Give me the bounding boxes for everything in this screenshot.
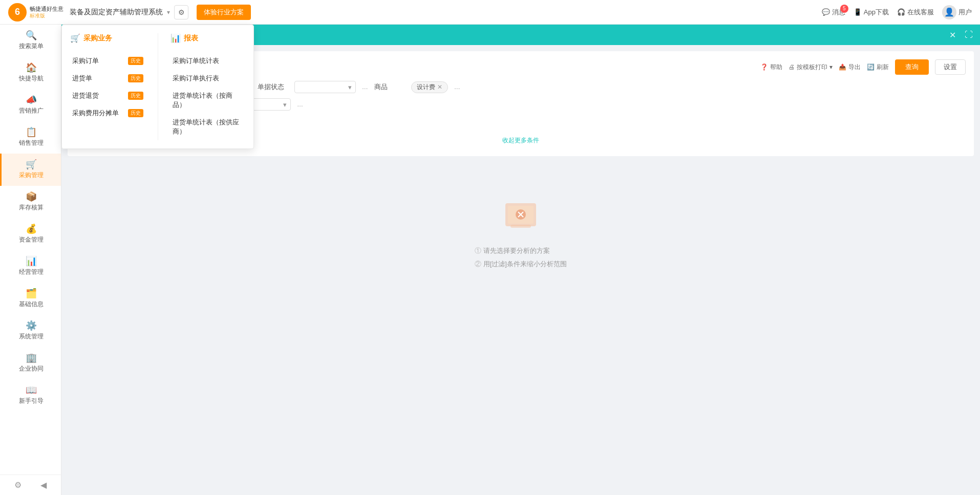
sidebar-label-search: 搜索菜单	[19, 42, 44, 51]
operation-icon: 📊	[26, 256, 37, 266]
empty-tip-1: 请先选择要分析的方案	[475, 244, 567, 257]
gear-button[interactable]: ⚙	[174, 5, 188, 19]
purchase-report-col: 📊 报表 采购订单统计表 采购订单执行表 进货单统计表（按商品） 进货单统计表（…	[171, 33, 246, 140]
sidebar-item-marketing[interactable]: 📣 营销推广	[0, 89, 61, 121]
history-badge-2: 历史	[128, 92, 143, 100]
sales-icon: 📋	[26, 127, 37, 137]
purchase-order-exec-item[interactable]: 采购订单执行表	[171, 70, 246, 87]
refresh-btn[interactable]: 🔄 刷新	[867, 63, 889, 72]
sidebar-label-marketing: 营销推广	[19, 106, 44, 115]
headset-icon: 🎧	[897, 8, 905, 16]
home-icon: 🏠	[26, 63, 37, 72]
purchase-icon: 🛒	[26, 160, 37, 169]
enterprise-icon: 🏢	[26, 353, 37, 362]
sidebar-item-basic[interactable]: 🗂️ 基础信息	[0, 283, 61, 315]
incoming-order-item[interactable]: 进货单 历史	[70, 70, 145, 87]
sidebar-label-quicknav: 快捷导航	[19, 74, 44, 83]
sidebar-item-enterprise[interactable]: 🏢 企业协同	[0, 347, 61, 379]
sidebar-item-system[interactable]: ⚙️ 系统管理	[0, 315, 61, 347]
purchase-expense-item[interactable]: 采购费用分摊单 历史	[70, 104, 145, 122]
tab-close-window-btn[interactable]: ✕	[945, 28, 960, 42]
marketing-icon: 📣	[26, 95, 37, 104]
history-badge-1: 历史	[128, 74, 143, 82]
query-button[interactable]: 查询	[895, 59, 929, 75]
avatar: 👤	[942, 5, 956, 19]
svg-rect-5	[510, 225, 531, 228]
sidebar-label-sales: 销售管理	[19, 139, 44, 147]
sidebar-item-purchase[interactable]: 🛒 采购管理	[0, 154, 61, 186]
sidebar-label-system: 系统管理	[19, 332, 44, 341]
guide-icon: 📖	[26, 385, 37, 395]
system-name-arrow-icon[interactable]: ▾	[167, 9, 170, 16]
purchase-business-col: 🛒 采购业务 采购订单 历史 进货单 历史 进货退货 历史 采购费用分摊单 历史	[70, 33, 145, 140]
phone-icon: 📱	[854, 8, 862, 16]
system-name-text: 装备及固定资产辅助管理系统	[70, 8, 163, 17]
tab-maximize-btn[interactable]: ⛶	[962, 28, 976, 42]
sidebar-bottom: ⚙ ◀	[0, 475, 61, 495]
report-col-icon: 📊	[171, 33, 181, 43]
sidebar-label-purchase: 采购管理	[19, 171, 44, 180]
print-btn[interactable]: 🖨 按模板打印 ▾	[789, 63, 833, 72]
system-name-area: 装备及固定资产辅助管理系统 ▾ ⚙ 体验行业方案	[70, 5, 822, 20]
sidebar-item-operation[interactable]: 📊 经营管理	[0, 250, 61, 283]
empty-illustration	[495, 193, 546, 234]
app-download-btn[interactable]: 📱 App下载	[854, 8, 889, 17]
collapse-btn[interactable]: 收起更多条件	[502, 136, 539, 145]
sidebar-label-basic: 基础信息	[19, 300, 44, 309]
message-icon: 💬	[822, 8, 830, 16]
basic-icon: 🗂️	[26, 289, 37, 298]
history-badge-0: 历史	[128, 57, 143, 65]
logo-area: 6 畅捷通好生意 标准版	[8, 3, 70, 21]
sidebar: 🔍 搜索菜单 🏠 快捷导航 📣 营销推广 📋 销售管理 🛒 采购管理 📦 库存核…	[0, 25, 61, 495]
export-btn[interactable]: 📤 导出	[839, 63, 861, 72]
sidebar-label-enterprise: 企业协同	[19, 364, 44, 373]
doc-status-select[interactable]	[294, 81, 356, 93]
purchase-order-item[interactable]: 采购订单 历史	[70, 52, 145, 70]
sidebar-item-guide[interactable]: 📖 新手引导	[0, 379, 61, 412]
sidebar-label-capital: 资金管理	[19, 235, 44, 244]
empty-tip-2: 用[过滤]条件来缩小分析范围	[475, 257, 567, 271]
sidebar-label-guide: 新手引导	[19, 397, 44, 405]
goods-tag: 设计费 ✕	[411, 81, 448, 93]
sidebar-settings-btn[interactable]: ⚙	[14, 480, 22, 490]
return-goods-item[interactable]: 进货退货 历史	[70, 87, 145, 104]
search-icon: 🔍	[26, 31, 37, 40]
purchase-dropdown-menu: 🛒 采购业务 采购订单 历史 进货单 历史 进货退货 历史 采购费用分摊单 历史…	[61, 25, 254, 149]
goods-tag-close[interactable]: ✕	[437, 83, 442, 91]
sidebar-collapse-btn[interactable]: ◀	[40, 480, 47, 490]
empty-tips: 请先选择要分析的方案 用[过滤]条件来缩小分析范围	[475, 244, 567, 271]
industry-btn[interactable]: 体验行业方案	[197, 5, 251, 20]
sidebar-item-inventory[interactable]: 📦 库存核算	[0, 186, 61, 218]
sidebar-label-operation: 经营管理	[19, 268, 44, 276]
sidebar-item-search[interactable]: 🔍 搜索菜单	[0, 25, 61, 57]
incoming-stat-by-supplier-item[interactable]: 进货单统计表（按供应商）	[171, 114, 246, 140]
doc-status-more[interactable]: …	[362, 83, 368, 91]
sidebar-item-quicknav[interactable]: 🏠 快捷导航	[0, 57, 61, 89]
help-icon: ❓	[760, 63, 768, 71]
goods-more[interactable]: …	[454, 83, 460, 91]
sidebar-item-sales[interactable]: 📋 销售管理	[0, 121, 61, 154]
refresh-icon: 🔄	[867, 63, 875, 71]
user-btn[interactable]: 👤 用户	[942, 5, 972, 19]
incoming-stat-by-goods-item[interactable]: 进货单统计表（按商品）	[171, 87, 246, 114]
salesperson-more[interactable]: …	[297, 101, 303, 108]
export-icon: 📤	[839, 63, 846, 71]
goods-label: 商品	[374, 82, 405, 92]
empty-state: 请先选择要分析的方案 用[过滤]条件来缩小分析范围	[68, 162, 974, 302]
logo-text: 畅捷通好生意 标准版	[30, 5, 63, 19]
message-badge: 5	[840, 5, 848, 13]
inventory-icon: 📦	[26, 192, 37, 201]
menu-divider	[158, 33, 158, 140]
settings-button[interactable]: 设置	[935, 59, 966, 75]
purchase-report-title: 📊 报表	[171, 33, 246, 46]
top-header: 6 畅捷通好生意 标准版 装备及固定资产辅助管理系统 ▾ ⚙ 体验行业方案 💬 …	[0, 0, 980, 25]
purchase-col-icon: 🛒	[70, 33, 80, 43]
online-service-btn[interactable]: 🎧 在线客服	[897, 8, 934, 17]
logo-icon: 6	[8, 3, 27, 21]
sidebar-item-capital[interactable]: 💰 资金管理	[0, 218, 61, 250]
help-btn[interactable]: ❓ 帮助	[760, 63, 782, 72]
tab-action-btns: ✕ ⛶	[945, 28, 980, 42]
purchase-order-stat-item[interactable]: 采购订单统计表	[171, 52, 246, 70]
message-btn[interactable]: 💬 消息 5	[822, 8, 845, 17]
purchase-business-title: 🛒 采购业务	[70, 33, 145, 46]
